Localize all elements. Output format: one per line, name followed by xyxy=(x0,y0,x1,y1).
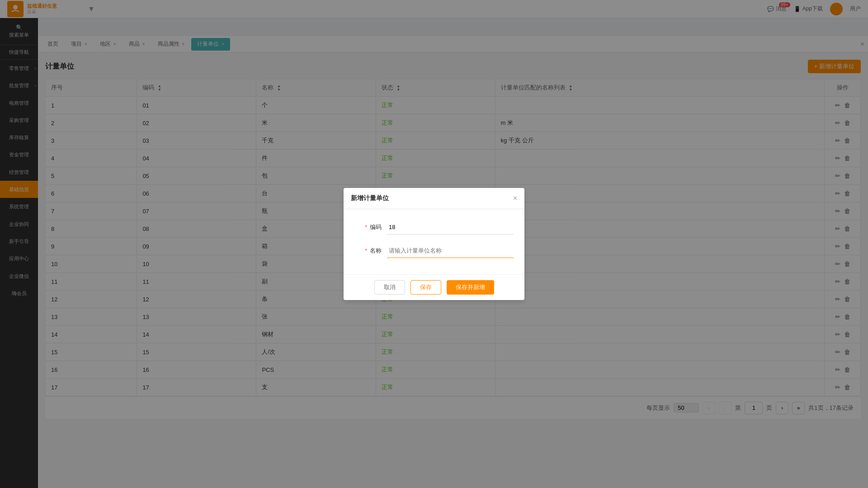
save-and-new-button[interactable]: 保存并新增 xyxy=(447,280,494,295)
name-required-mark: * xyxy=(365,247,367,254)
cancel-button[interactable]: 取消 xyxy=(374,280,405,295)
code-form-row: * 编码 xyxy=(354,220,514,235)
name-input[interactable] xyxy=(387,244,514,258)
modal-close-button[interactable]: × xyxy=(513,194,517,202)
code-input[interactable] xyxy=(387,220,514,235)
code-label: * 编码 xyxy=(354,223,382,231)
name-label: * 名称 xyxy=(354,247,382,255)
save-button[interactable]: 保存 xyxy=(410,280,441,295)
modal-footer: 取消 保存 保存并新增 xyxy=(344,274,524,300)
code-required-mark: * xyxy=(365,224,367,230)
add-unit-modal: 新增计量单位 × * 编码 * 名称 取消 保存 保存并新增 xyxy=(344,188,524,300)
modal-body: * 编码 * 名称 xyxy=(344,209,524,274)
modal-title: 新增计量单位 xyxy=(351,194,389,202)
modal-header: 新增计量单位 × xyxy=(344,188,524,209)
name-form-row: * 名称 xyxy=(354,244,514,258)
modal-overlay: 新增计量单位 × * 编码 * 名称 取消 保存 保存并新增 xyxy=(0,0,868,488)
